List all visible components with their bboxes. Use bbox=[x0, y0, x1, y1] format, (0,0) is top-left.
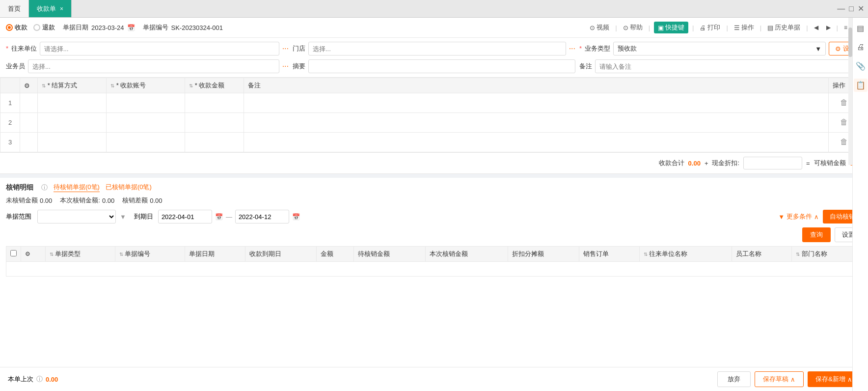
nav-prev-btn[interactable]: ◀ bbox=[812, 23, 820, 32]
tab-close-icon[interactable]: × bbox=[60, 5, 63, 12]
select-all-checkbox[interactable] bbox=[10, 250, 17, 256]
th-partner: ⇅ 往来单位名称 bbox=[639, 247, 732, 262]
store-input[interactable] bbox=[308, 42, 566, 56]
date-field: 单据日期 2023-03-24 📅 bbox=[63, 23, 135, 32]
counterpart-input[interactable] bbox=[40, 42, 279, 56]
staff-more-icon[interactable]: ··· bbox=[282, 62, 289, 71]
radio-receive[interactable]: 收款 bbox=[6, 23, 27, 32]
query-btn[interactable]: 查询 bbox=[802, 227, 831, 242]
row-account-1[interactable] bbox=[107, 93, 185, 113]
discard-label: 放弃 bbox=[728, 375, 740, 383]
main-content: 收款 退款 单据日期 2023-03-24 📅 单据编号 SK-20230324… bbox=[0, 18, 868, 391]
calendar-to-icon[interactable]: 📅 bbox=[292, 213, 300, 221]
tab-current-label: 收款单 bbox=[37, 4, 56, 13]
sort-icon3: ⇅ bbox=[189, 83, 193, 88]
counterpart-more-icon[interactable]: ··· bbox=[282, 44, 289, 53]
row-settle-3[interactable] bbox=[38, 133, 107, 152]
scroll-thumb[interactable] bbox=[848, 28, 852, 57]
nav-next-btn[interactable]: ▶ bbox=[824, 23, 833, 32]
staff-label: 业务员 bbox=[6, 62, 25, 71]
staff-input[interactable] bbox=[28, 59, 279, 73]
sidebar-form-icon[interactable]: 📋 bbox=[854, 79, 868, 92]
remark-input[interactable] bbox=[595, 59, 862, 73]
minimize-btn[interactable]: — bbox=[837, 4, 845, 13]
th-doc-date: 单据日期 bbox=[185, 247, 245, 262]
row-remark-1[interactable] bbox=[244, 93, 829, 113]
close-btn[interactable]: ✕ bbox=[858, 4, 864, 13]
th-pending: 待核销金额 bbox=[354, 247, 425, 262]
pending-tab[interactable]: 待核销单据(0笔) bbox=[54, 183, 100, 192]
video-btn[interactable]: ⊙ 视频 bbox=[588, 22, 611, 33]
verify-stats: 未核销金额 0.00 本次核销金额: 0.00 核销差额 0.00 bbox=[6, 196, 862, 205]
scroll-track bbox=[848, 18, 852, 165]
print-icon: 🖨 bbox=[700, 24, 706, 31]
sidebar-table-icon[interactable]: ▤ bbox=[855, 22, 866, 35]
unclaimed-value: 0.00 bbox=[40, 197, 52, 204]
row-amount-2[interactable] bbox=[185, 113, 244, 133]
row-gear-1 bbox=[20, 93, 38, 113]
radio-refund[interactable]: 退款 bbox=[33, 23, 55, 32]
counterpart-label: * 往来单位 bbox=[6, 44, 37, 53]
shortcut-label: 快捷键 bbox=[665, 23, 684, 32]
shortcut-btn[interactable]: ▣ 快捷键 bbox=[654, 22, 688, 33]
total-label: 收款合计 bbox=[659, 159, 684, 168]
delete-row-1-icon[interactable]: 🗑 bbox=[840, 98, 848, 108]
number-value: SK-20230324-001 bbox=[171, 24, 223, 31]
date-label: 单据日期 bbox=[63, 23, 88, 32]
calendar-from-icon[interactable]: 📅 bbox=[215, 213, 223, 221]
main-table: ⚙ ⇅ * 结算方式 ⇅ * 收款账号 ⇅ * 收款金额 bbox=[0, 78, 868, 152]
range-select[interactable] bbox=[37, 210, 116, 223]
table-section: ⚙ ⇅ * 结算方式 ⇅ * 收款账号 ⇅ * 收款金额 bbox=[0, 78, 868, 152]
draft-button[interactable]: 保存草稿 ∧ bbox=[755, 371, 804, 387]
business-type-select[interactable]: 预收款 ▼ bbox=[613, 42, 826, 56]
chevron-up-icon: ∧ bbox=[814, 213, 819, 221]
more-conditions-btn[interactable]: ▼ 更多条件 ∧ bbox=[778, 212, 819, 221]
row-remark-2[interactable] bbox=[244, 113, 829, 133]
delete-row-2-icon[interactable]: 🗑 bbox=[840, 118, 848, 127]
verify-section: 核销明细 ⓘ 待核销单据(0笔) 已核销单据(0笔) 未核销金额 0.00 本次… bbox=[0, 178, 868, 281]
sidebar-attach-icon[interactable]: 📎 bbox=[854, 59, 868, 73]
th-gear[interactable]: ⚙ bbox=[20, 78, 38, 93]
done-tab[interactable]: 已核销单据(0笔) bbox=[106, 183, 152, 192]
info-icon[interactable]: ⓘ bbox=[41, 183, 48, 192]
operation-btn[interactable]: ☰ 操作 bbox=[732, 22, 756, 33]
th-gear-detail[interactable]: ⚙ bbox=[21, 247, 46, 262]
row-amount-3[interactable] bbox=[185, 133, 244, 152]
filter-left: 单据范围 ▼ 到期日 📅 — 📅 bbox=[6, 210, 300, 223]
calendar-icon[interactable]: 📅 bbox=[127, 24, 135, 31]
row-settle-1[interactable] bbox=[38, 93, 107, 113]
previous-value: 0.00 bbox=[46, 376, 58, 383]
total-value: 0.00 bbox=[688, 160, 701, 167]
row-account-2[interactable] bbox=[107, 113, 185, 133]
summary-label: 摘要 bbox=[293, 62, 305, 71]
summary-input[interactable] bbox=[308, 59, 575, 73]
tab-home[interactable]: 首页 bbox=[0, 0, 29, 17]
header-toolbar: 收款 退款 单据日期 2023-03-24 📅 单据编号 SK-20230324… bbox=[0, 18, 868, 38]
discount-input[interactable] bbox=[743, 157, 802, 169]
table-row: 2 🗑 ⊕ bbox=[0, 113, 868, 133]
unclaimed-stat: 未核销金额 0.00 bbox=[6, 196, 52, 205]
due-date-from[interactable] bbox=[158, 210, 212, 223]
store-more-icon[interactable]: ··· bbox=[569, 44, 575, 53]
help-btn[interactable]: ⊙ 帮助 bbox=[621, 22, 645, 33]
verify-title: 核销明细 bbox=[6, 183, 33, 192]
row-num-2: 2 bbox=[0, 113, 20, 133]
th-settle: ⇅ * 结算方式 bbox=[38, 78, 107, 93]
row-amount-1[interactable] bbox=[185, 93, 244, 113]
delete-row-3-icon[interactable]: 🗑 bbox=[840, 138, 848, 147]
th-amount: 金额 bbox=[317, 247, 354, 262]
row-remark-3[interactable] bbox=[244, 133, 829, 152]
th-doc-type: ⇅ 单据类型 bbox=[45, 247, 115, 262]
draft-label: 保存草稿 bbox=[763, 375, 788, 384]
due-date-to[interactable] bbox=[235, 210, 289, 223]
tab-current[interactable]: 收款单 × bbox=[29, 0, 72, 17]
print-btn[interactable]: 🖨 打印 bbox=[698, 22, 722, 33]
th-checkbox bbox=[6, 247, 21, 262]
history-btn[interactable]: ▤ 历史单据 bbox=[765, 22, 802, 33]
maximize-btn[interactable]: □ bbox=[849, 4, 854, 13]
row-settle-2[interactable] bbox=[38, 113, 107, 133]
row-account-3[interactable] bbox=[107, 133, 185, 152]
net-label: 可核销金额 bbox=[814, 159, 846, 168]
sidebar-print-icon[interactable]: 🖨 bbox=[855, 41, 867, 54]
discard-button[interactable]: 放弃 bbox=[717, 371, 751, 387]
